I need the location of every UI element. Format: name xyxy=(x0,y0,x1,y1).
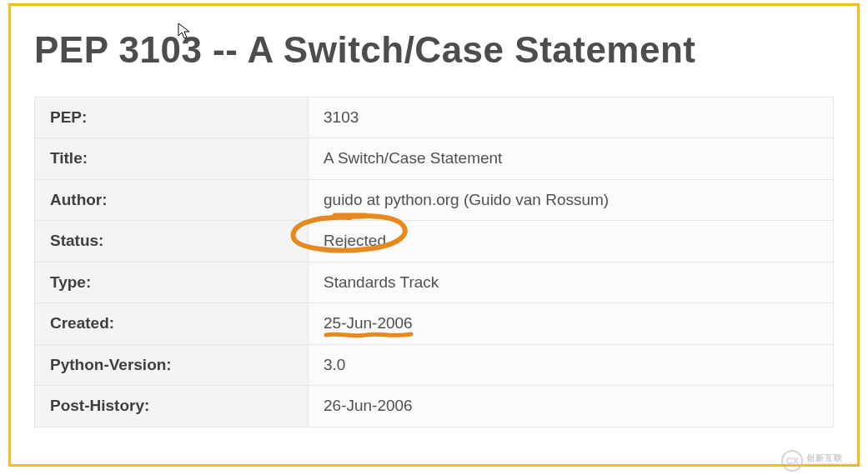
row-label: Post-History: xyxy=(35,386,309,428)
row-label: Type: xyxy=(35,262,309,303)
row-label: Author: xyxy=(35,179,309,221)
table-row: Status:Rejected xyxy=(35,221,834,262)
row-label: Status: xyxy=(35,221,309,262)
row-label: Python-Version: xyxy=(35,344,309,386)
row-value-text: A Switch/Case Statement xyxy=(324,149,502,167)
row-value: 3.0 xyxy=(309,344,834,386)
highlight-underline-icon xyxy=(323,330,414,342)
row-label: Created: xyxy=(35,303,309,345)
row-value: 3103 xyxy=(309,97,834,138)
row-value-text: Standards Track xyxy=(324,273,439,291)
row-label: Title: xyxy=(35,138,309,180)
pep-info-table: PEP:3103Title:A Switch/Case StatementAut… xyxy=(34,97,834,428)
row-value: 25-Jun-2006 xyxy=(309,303,834,345)
document-frame: PEP 3103 -- A Switch/Case Statement PEP:… xyxy=(8,3,860,467)
table-row: Post-History:26-Jun-2006 xyxy=(35,386,834,428)
watermark-text: 创新互联 CHUANGXIN HULIAN xyxy=(806,454,863,468)
table-row: Created:25-Jun-2006 xyxy=(35,303,834,345)
row-value: guido at python.org (Guido van Rossum) xyxy=(309,179,834,221)
row-value-text: guido at python.org (Guido van Rossum) xyxy=(324,191,609,208)
row-value-text: 3.0 xyxy=(324,356,345,373)
watermark: CX 创新互联 CHUANGXIN HULIAN xyxy=(781,450,863,472)
row-value: 26-Jun-2006 xyxy=(309,386,834,428)
table-row: Title:A Switch/Case Statement xyxy=(35,138,834,180)
row-value: A Switch/Case Statement xyxy=(309,138,834,180)
page-title-text: PEP 3103 -- A Switch/Case Statement xyxy=(34,29,696,70)
row-value: Rejected xyxy=(309,221,834,262)
row-label: PEP: xyxy=(35,97,309,138)
row-value: Standards Track xyxy=(309,262,834,303)
table-row: Python-Version:3.0 xyxy=(35,344,834,386)
row-value-text: Rejected xyxy=(324,232,386,249)
row-value-text: 3103 xyxy=(324,108,359,126)
table-row: Author:guido at python.org (Guido van Ro… xyxy=(35,179,834,221)
table-row: PEP:3103 xyxy=(35,97,834,138)
table-row: Type:Standards Track xyxy=(35,262,834,303)
watermark-logo-icon: CX xyxy=(781,450,803,472)
row-value-text: 26-Jun-2006 xyxy=(324,397,413,414)
page-title: PEP 3103 -- A Switch/Case Statement xyxy=(34,29,834,72)
row-value-text: 25-Jun-2006 xyxy=(324,314,413,332)
